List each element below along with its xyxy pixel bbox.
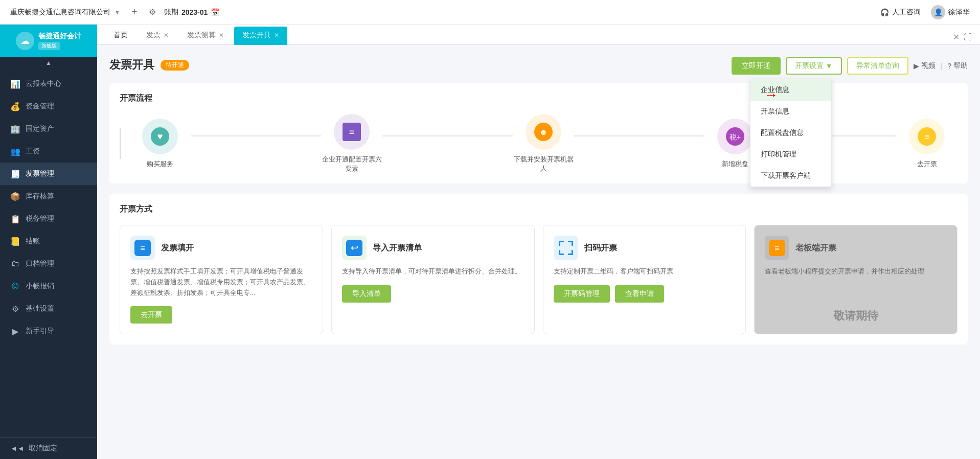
sidebar-item-salary[interactable]: 👥 工资 (0, 140, 97, 163)
tab-close-invoice-estimate[interactable]: ✕ (219, 32, 224, 39)
red-arrow: → (764, 87, 778, 103)
abnormal-list-button[interactable]: 异常清单查询 (847, 57, 908, 75)
play-icon: ▶ (914, 62, 919, 70)
import-icon: ↩ (342, 236, 367, 260)
svg-text:≡: ≡ (349, 127, 355, 137)
scroll-up-button[interactable]: ▲ (0, 57, 97, 68)
report-icon: © (10, 281, 20, 291)
flow-step-4-icon: 税+ (717, 119, 753, 154)
dropdown-printer[interactable]: 打印机管理 (750, 144, 831, 165)
tab-invoice-tool[interactable]: 发票开具 ✕ (234, 27, 287, 45)
activate-button[interactable]: 立即开通 (732, 57, 781, 75)
fixed-assets-icon: 🏢 (10, 124, 20, 134)
sidebar-item-account[interactable]: 📒 结账 (0, 230, 97, 253)
dropdown-invoice-info[interactable]: 开票信息 (750, 101, 831, 122)
sidebar-item-fund[interactable]: 💰 资金管理 (0, 95, 97, 118)
scan-icon (554, 236, 578, 260)
page-title: 发票开具 (109, 57, 154, 73)
tab-invoice[interactable]: 发票 ✕ (138, 27, 177, 45)
sidebar-item-tax[interactable]: 📋 税务管理 (0, 208, 97, 230)
invoice-methods-grid: ≡ 发票填开 支持按照发票样式手工填开发票；可开具增值税电子普通发票、增值税普通… (120, 225, 958, 334)
logo-text: 畅捷通好会计 (38, 32, 81, 41)
salary-icon: 👥 (10, 146, 20, 156)
flow-section-title: 开票流程 (120, 93, 958, 104)
pin-icon: ◄◄ (10, 444, 25, 452)
settings-button[interactable]: 开票设置 ▼ (786, 57, 842, 75)
import-list-button[interactable]: 导入清单 (342, 285, 391, 303)
cancel-fixed-button[interactable]: ◄◄ 取消固定 (0, 437, 97, 459)
sidebar-item-invoice[interactable]: 🧾 发票管理 (0, 163, 97, 185)
video-button[interactable]: ▶ 视频 (914, 61, 936, 71)
status-badge: 待开通 (161, 60, 189, 71)
dropdown-company-info[interactable]: 企业信息 (750, 79, 831, 101)
svg-rect-21 (559, 250, 560, 255)
method-card-boss: ≡ 老板端开票 查看老板端小程序提交的开票申请，并作出相应的处理 敬请期待 (754, 225, 958, 334)
close-all-tabs-button[interactable]: ✕ (953, 32, 960, 42)
svg-text:≡: ≡ (140, 244, 145, 253)
logo-area: ☁ 畅捷通好会计 旗舰版 (0, 25, 97, 57)
tab-bar: 首页 发票 ✕ 发票测算 ✕ 发票开具 ✕ ✕ ⛶ (97, 25, 980, 45)
fill-invoice-button[interactable]: 去开票 (130, 306, 172, 324)
account-period: 账期 2023-01 📅 (164, 8, 219, 17)
boss-icon: ≡ (765, 236, 789, 260)
flow-step-1-label: 购买服务 (147, 159, 173, 169)
flow-step-5: ≡ 去开票 (896, 119, 958, 169)
user-info[interactable]: 👤 徐泽华 (931, 5, 970, 19)
tab-invoice-estimate[interactable]: 发票测算 ✕ (179, 27, 232, 45)
sidebar-nav: 📊 云报表中心 💰 资金管理 🏢 固定资产 👥 工资 🧾 发票管理 📦 (0, 68, 97, 437)
sidebar-item-fixed-assets[interactable]: 🏢 固定资产 (0, 118, 97, 140)
svg-text:☻: ☻ (539, 128, 548, 136)
svg-text:↩: ↩ (350, 243, 358, 253)
account-icon: 📒 (10, 236, 20, 246)
coming-soon-overlay: 敬请期待 (755, 308, 957, 324)
settings-icon[interactable]: ⚙ (149, 7, 156, 17)
flow-steps: ♥ 购买服务 ≡ 企业开通配置开票六要素 (120, 114, 958, 173)
svg-text:≡: ≡ (924, 132, 929, 141)
tab-close-invoice-tool[interactable]: ✕ (274, 32, 279, 39)
sidebar-item-settings[interactable]: ⚙ 基础设置 (0, 297, 97, 320)
tax-icon: 📋 (10, 214, 20, 224)
qr-manage-button[interactable]: 开票码管理 (554, 285, 610, 303)
flow-step-5-label: 去开票 (917, 159, 937, 169)
page-toolbar: 立即开通 开票设置 ▼ 异常清单查询 ▶ 视频 | ? 帮助 (732, 57, 968, 75)
methods-section: 开票方式 ≡ 发票填开 支持按照发票样式手工填开发票；可开具增值税电子普通发票、… (109, 194, 968, 345)
view-apply-button[interactable]: 查看申请 (615, 285, 664, 303)
methods-section-title: 开票方式 (120, 204, 958, 215)
fill-icon: ≡ (130, 236, 155, 260)
flow-step-2: ≡ 企业开通配置开票六要素 (321, 114, 382, 173)
logo-badge: 旗舰版 (38, 42, 60, 50)
tab-close-invoice[interactable]: ✕ (164, 32, 169, 39)
method-card-scan: 扫码开票 支持定制开票二维码，客户端可扫码开票 开票码管理 查看申请 (543, 225, 746, 334)
svg-text:≡: ≡ (775, 244, 780, 253)
sidebar-item-inventory[interactable]: 📦 库存核算 (0, 185, 97, 208)
consultation-button[interactable]: 🎧 人工咨询 (880, 8, 921, 17)
help-button[interactable]: ? 帮助 (947, 61, 968, 71)
sidebar-item-cloud-report[interactable]: 📊 云报表中心 (0, 73, 97, 95)
sidebar-item-report[interactable]: © 小畅报销 (0, 275, 97, 297)
flow-step-2-label: 企业开通配置开票六要素 (321, 155, 382, 173)
guide-icon: ▶ (10, 326, 20, 336)
svg-rect-20 (572, 241, 573, 246)
tab-home[interactable]: 首页 (105, 27, 136, 45)
flow-step-3: ☻ 下载并安装开票机器人 (513, 114, 574, 173)
dropdown-tax-config[interactable]: 配置税盘信息 (750, 122, 831, 144)
dropdown-download-client[interactable]: 下载开票客户端 (750, 165, 831, 187)
flow-step-3-label: 下载并安装开票机器人 (513, 155, 574, 173)
expand-button[interactable]: ⛶ (964, 33, 972, 42)
add-button[interactable]: + (128, 6, 141, 18)
method-card-import: ↩ 导入开票清单 支持导入待开票清单，可对待开票清单进行拆分、合并处理。 导入清… (331, 225, 535, 334)
archive-icon: 🗂 (10, 259, 20, 269)
chevron-down-icon: ▼ (115, 9, 120, 15)
company-selector[interactable]: 重庆畅捷交通信息咨询有限公司 ▼ (10, 8, 120, 17)
user-avatar-icon: 👤 (931, 5, 945, 19)
headphone-icon: 🎧 (880, 8, 889, 16)
calendar-icon: 📅 (211, 8, 219, 16)
settings-dropdown-menu: 企业信息 开票信息 配置税盘信息 打印机管理 下载开票客户端 (750, 79, 832, 187)
svg-text:税+: 税+ (730, 133, 741, 141)
sidebar-item-guide[interactable]: ▶ 新手引导 (0, 320, 97, 342)
sidebar-item-archive[interactable]: 🗂 归档管理 (0, 253, 97, 275)
cloud-report-icon: 📊 (10, 79, 20, 89)
page-content: 发票开具 待开通 立即开通 开票设置 ▼ 异常清单查询 ▶ 视频 | ? 帮助 (97, 45, 980, 459)
invoice-icon: 🧾 (10, 169, 20, 179)
flow-section: 开票流程 ♥ 购买服务 (109, 83, 968, 183)
